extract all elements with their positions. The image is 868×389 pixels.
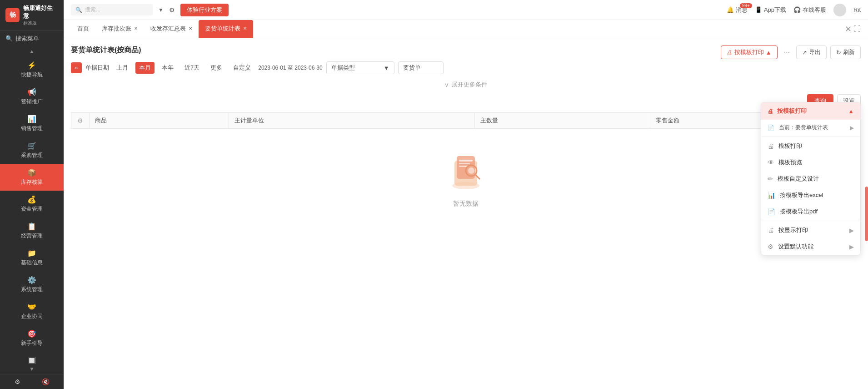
sidebar-scroll-down[interactable]: ▼: [0, 364, 64, 374]
sidebar-item-caigou[interactable]: 🛒 采购管理: [0, 137, 64, 164]
date-last-month-btn[interactable]: 上月: [113, 62, 132, 74]
dropdown-divider-1: [761, 136, 860, 137]
caigou-icon: 🛒: [27, 141, 36, 150]
template-custom-icon: ✏: [768, 175, 773, 182]
sidebar-item-jingying[interactable]: 📋 经营管理: [0, 217, 64, 244]
yingxiao-icon: 📢: [27, 88, 36, 96]
display-print-arrow: ▶: [849, 227, 854, 234]
dropdown-template-print[interactable]: 🖨 模板打印: [761, 138, 860, 154]
expand-more-bar[interactable]: ∨ 展开更多条件: [71, 78, 861, 91]
filter-expand-button[interactable]: »: [71, 62, 82, 73]
dropdown-template-preview[interactable]: 👁 模板预览: [761, 154, 860, 171]
dropdown-header: 🖨 按模板打印 ▲: [761, 102, 860, 120]
xitong-icon: ⚙️: [27, 276, 36, 284]
username-label[interactable]: Rit: [853, 6, 861, 13]
col-settings[interactable]: ⚙: [71, 113, 90, 129]
filter-area: » 单据日期 上月 本月 本年 近7天 更多 自定义 2023-06-01 至 …: [71, 61, 861, 74]
dropdown-current-arrow: ▶: [850, 125, 854, 131]
col-unit: 主计量单位: [229, 113, 475, 129]
top-header: 🔍 搜索... ▼ ⚙ 体验行业方案 🔔 消息 99+ 📱 App下载 🎧 在线…: [64, 0, 868, 20]
svg-rect-4: [459, 163, 470, 164]
query-bar: 查询 设置: [71, 94, 861, 108]
notification-badge: 99+: [740, 3, 752, 8]
dropdown-template-export-pdf[interactable]: 📄 按模板导出pdf: [761, 203, 860, 220]
empty-text: 暂无数据: [453, 200, 479, 208]
trial-button[interactable]: 体验行业方案: [180, 4, 229, 16]
refresh-icon: ↻: [836, 49, 841, 56]
sidebar-item-xinshou[interactable]: 🎯 新手引导: [0, 325, 64, 352]
yingyong-icon: 🔲: [27, 356, 36, 364]
sidebar-item-xiaoshou[interactable]: 📊 销售管理: [0, 110, 64, 137]
dropdown-template-custom[interactable]: ✏ 模板自定义设计: [761, 171, 860, 187]
jichu-icon: 📁: [27, 249, 36, 258]
dropdown-doc-icon: 📄: [768, 125, 774, 131]
xinshou-icon: 🎯: [27, 329, 36, 338]
header-gear-icon[interactable]: ⚙: [169, 6, 175, 14]
header-search-icon: 🔍: [75, 7, 82, 13]
app-download-btn[interactable]: 📱 App下载: [755, 6, 786, 14]
tab-close-yaohuo[interactable]: ✕: [243, 26, 247, 31]
dropdown-current-item[interactable]: 📄 当前：要货单统计表 ▶: [761, 120, 860, 136]
order-type-select[interactable]: 单据类型 ▼: [326, 61, 394, 74]
dropdown-set-default[interactable]: ⚙ 设置默认功能 ▶: [761, 238, 860, 255]
sidebar-item-xitong[interactable]: ⚙️ 系统管理: [0, 271, 64, 298]
dropdown-template-export-excel[interactable]: 📊 按模板导出excel: [761, 187, 860, 203]
tab-expand-btn[interactable]: ⛶: [853, 25, 861, 33]
refresh-button[interactable]: ↻ 刷新: [830, 45, 861, 59]
scrollbar-indicator[interactable]: [865, 187, 868, 241]
date-this-year-btn[interactable]: 本年: [158, 62, 177, 74]
jingying-icon: 📋: [27, 222, 36, 231]
yaohuo-filter[interactable]: 要货单: [398, 61, 444, 74]
tab-shoudahuizongbiao[interactable]: 收发存汇总表 ✕: [144, 20, 199, 38]
sidebar-item-zijin[interactable]: 💰 资金管理: [0, 191, 64, 217]
sidebar-item-kuaijie[interactable]: ⚡ 快捷导航: [0, 56, 64, 83]
sidebar-nav: ⚡ 快捷导航 📢 营销推广 📊 销售管理 🛒 采购管理 📦 库存核算 💰 资金管…: [0, 56, 64, 364]
sidebar-item-jichu[interactable]: 📁 基础信息: [0, 244, 64, 271]
col-quantity: 主数量: [475, 113, 650, 129]
svg-point-8: [468, 167, 474, 174]
online-service-btn[interactable]: 🎧 在线客服: [793, 6, 826, 14]
sidebar-item-kucun[interactable]: 📦 库存核算: [0, 164, 64, 191]
print-template-button[interactable]: 🖨 按模板打印 ▲: [721, 45, 778, 59]
tab-close-shoudahuizongbiao[interactable]: ✕: [189, 26, 192, 31]
date-last7days-btn[interactable]: 近7天: [181, 62, 203, 74]
export-icon: ↗: [802, 49, 807, 56]
tab-yaohuo[interactable]: 要货单统计表 ✕: [199, 20, 253, 38]
header-search-bar[interactable]: 🔍 搜索...: [71, 4, 153, 15]
date-more-btn[interactable]: 更多: [207, 62, 226, 74]
tab-home[interactable]: 首页: [71, 20, 95, 38]
set-default-icon: ⚙: [768, 243, 773, 250]
template-print-icon: 🖨: [768, 142, 774, 150]
dropdown-display-print[interactable]: 🖨 按显示打印 ▶: [761, 222, 860, 238]
settings-icon[interactable]: ⚙: [15, 378, 20, 385]
svg-rect-3: [459, 160, 473, 162]
empty-row: 暂无数据: [71, 129, 861, 227]
app-logo-icon: 畅: [5, 8, 20, 22]
notification-btn[interactable]: 🔔 消息 99+: [727, 6, 748, 14]
tab-close-kucunpizhanghang[interactable]: ✕: [134, 26, 138, 31]
sidebar-search[interactable]: 🔍 搜索菜单: [0, 31, 64, 46]
date-this-month-btn[interactable]: 本月: [135, 62, 155, 74]
date-custom-btn[interactable]: 自定义: [229, 62, 254, 74]
kuaijie-icon: ⚡: [27, 61, 36, 70]
dropdown-divider-2: [761, 221, 860, 221]
dropdown-close-icon[interactable]: ▲: [848, 108, 854, 115]
header-right: 🔔 消息 99+ 📱 App下载 🎧 在线客服 Rit: [727, 4, 861, 16]
sidebar-item-yingxiao[interactable]: 📢 营销推广: [0, 83, 64, 110]
sound-icon[interactable]: 🔇: [42, 378, 50, 385]
zijin-icon: 💰: [27, 195, 36, 204]
tab-bar: 首页 库存批次账 ✕ 收发存汇总表 ✕ 要货单统计表 ✕ ✕ ⛶: [64, 20, 868, 38]
app-logo-text: 畅康通好生意 标准版: [23, 5, 58, 26]
sidebar-scroll-up[interactable]: ▲: [0, 46, 64, 56]
sidebar-item-qiye[interactable]: 🤝 企业协同: [0, 298, 64, 325]
table-settings-icon[interactable]: ⚙: [77, 117, 83, 124]
export-button[interactable]: ↗ 导出: [796, 45, 827, 59]
set-default-arrow: ▶: [849, 243, 854, 250]
user-avatar[interactable]: [833, 4, 846, 16]
more-btn[interactable]: ···: [781, 46, 793, 58]
header-dropdown-btn[interactable]: ▼: [158, 7, 164, 13]
page-content: 要货单统计表(按商品) 🖨 按模板打印 ▲ ··· ↗ 导出 ↻ 刷新 » 单据: [64, 38, 868, 389]
tab-close-all-btn[interactable]: ✕: [845, 24, 852, 34]
tab-kucunpizhanghang[interactable]: 库存批次账 ✕: [95, 20, 144, 38]
sidebar-item-yingyong[interactable]: 🔲 应用中心: [0, 352, 64, 364]
